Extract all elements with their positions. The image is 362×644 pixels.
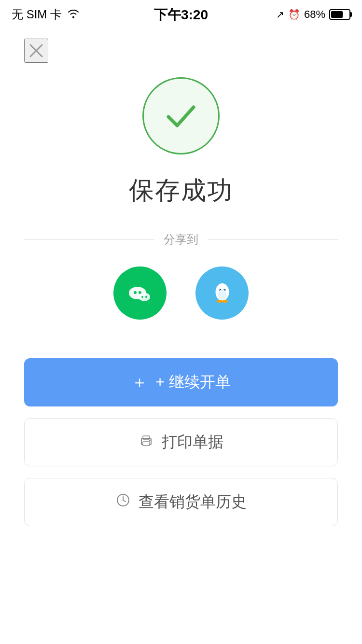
status-right: ↗ ⏰ 68% <box>276 8 350 21</box>
action-buttons: ＋ + 继续开单 打印单据 查看销货单历 <box>24 358 338 526</box>
svg-point-5 <box>139 293 150 301</box>
svg-point-14 <box>224 289 225 290</box>
share-label: 分享到 <box>164 232 198 247</box>
divider-row: 分享到 <box>24 232 338 247</box>
status-time: 下午3:20 <box>154 6 208 24</box>
svg-point-22 <box>149 440 151 441</box>
printer-icon <box>139 433 154 452</box>
continue-button[interactable]: ＋ + 继续开单 <box>24 358 338 406</box>
qq-icon <box>207 278 238 309</box>
divider-left <box>24 239 154 240</box>
svg-point-18 <box>218 290 226 300</box>
battery-icon <box>329 9 350 20</box>
print-button-label: 打印单据 <box>162 432 223 453</box>
qq-share-button[interactable] <box>195 266 249 320</box>
divider-right <box>208 239 338 240</box>
status-left: 无 SIM 卡 <box>12 7 80 22</box>
status-bar: 无 SIM 卡 下午3:20 ↗ ⏰ 68% <box>0 0 362 29</box>
battery-percent-label: 68% <box>304 8 325 21</box>
history-icon <box>115 492 131 512</box>
history-button[interactable]: 查看销货单历史 <box>24 478 338 526</box>
svg-point-17 <box>222 300 228 303</box>
location-icon: ↗ <box>276 9 284 20</box>
share-icons-row <box>24 266 338 320</box>
share-section: 分享到 <box>24 232 338 320</box>
svg-rect-20 <box>143 442 150 446</box>
close-button[interactable] <box>24 39 48 63</box>
continue-button-label: + 继续开单 <box>155 372 231 393</box>
wifi-icon <box>67 8 80 21</box>
alarm-icon: ⏰ <box>288 9 300 20</box>
wechat-share-button[interactable] <box>113 266 167 320</box>
wechat-icon <box>125 278 156 309</box>
svg-point-7 <box>145 296 147 298</box>
svg-point-3 <box>134 291 137 294</box>
svg-point-16 <box>217 300 223 303</box>
success-title: 保存成功 <box>129 174 233 208</box>
no-sim-label: 无 SIM 卡 <box>12 7 62 22</box>
checkmark-icon <box>162 97 200 135</box>
success-icon-wrapper <box>142 77 220 154</box>
plus-icon: ＋ <box>131 371 148 393</box>
print-button[interactable]: 打印单据 <box>24 418 338 466</box>
svg-point-6 <box>141 296 143 298</box>
main-content: 保存成功 分享到 <box>0 29 362 550</box>
history-button-label: 查看销货单历史 <box>139 491 247 513</box>
